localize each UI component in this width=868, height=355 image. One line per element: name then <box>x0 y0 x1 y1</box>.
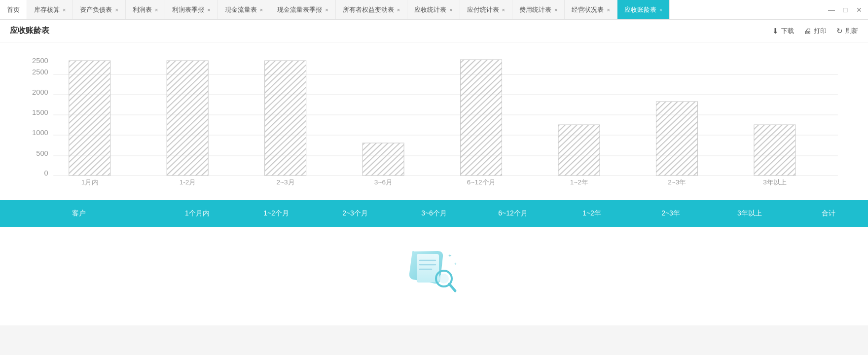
svg-text:✦: ✦ <box>448 253 452 258</box>
svg-text:2000: 2000 <box>32 88 48 96</box>
svg-text:1月内: 1月内 <box>81 178 98 186</box>
tab-close-profit-quarter[interactable]: × <box>207 7 210 13</box>
refresh-icon: ↻ <box>836 27 843 36</box>
table-header-3-6m: 3~6个月 <box>395 209 473 218</box>
tab-profit-quarter[interactable]: 利润表季报 × <box>165 0 217 20</box>
svg-text:2~3月: 2~3月 <box>276 178 294 186</box>
bar-1-2月 <box>167 61 208 176</box>
table-header-1-2m: 1~2个月 <box>237 209 316 218</box>
chart-container: 0 500 1000 1500 2000 2500 2500 1月内 <box>20 52 848 190</box>
tab-close-expense-stat[interactable]: × <box>554 7 557 13</box>
page-header: 应收账龄表 ⬇ 下载 🖨 打印 ↻ 刷新 <box>0 20 868 42</box>
tab-close-profit[interactable]: × <box>155 7 158 13</box>
svg-point-27 <box>439 274 449 284</box>
empty-illustration: ✦ ✦ <box>404 247 464 296</box>
tab-close-receivable-stat[interactable]: × <box>449 7 452 13</box>
bar-6-12月 <box>461 60 502 176</box>
tab-close-cashflow[interactable]: × <box>260 7 263 13</box>
svg-text:2~3年: 2~3年 <box>668 178 686 186</box>
svg-text:3~6月: 3~6月 <box>374 178 392 186</box>
svg-text:6~12个月: 6~12个月 <box>467 178 495 186</box>
tab-balance[interactable]: 资产负债表 × <box>73 0 125 20</box>
svg-text:✦: ✦ <box>454 262 457 266</box>
table-header-customer: 客户 <box>0 209 158 218</box>
table-header-3y: 3年以上 <box>710 209 789 218</box>
tab-cashflow-quarter[interactable]: 现金流量表季报 × <box>270 0 335 20</box>
svg-text:1500: 1500 <box>32 108 48 116</box>
tab-close-payable-stat[interactable]: × <box>502 7 505 13</box>
print-button[interactable]: 🖨 打印 <box>804 27 827 36</box>
bar-3年以上 <box>754 125 796 176</box>
bar-1-2年 <box>558 125 600 176</box>
table-header-2-3m: 2~3个月 <box>316 209 395 218</box>
table-header-6-12m: 6~12个月 <box>473 209 552 218</box>
bar-2-3年 <box>656 102 697 176</box>
maximize-button[interactable]: □ <box>841 6 849 14</box>
svg-text:500: 500 <box>36 149 48 157</box>
tab-close-cashflow-quarter[interactable]: × <box>325 7 328 13</box>
tab-receivable-stat[interactable]: 应收统计表 × <box>407 0 460 20</box>
tab-bar: 首页 库存核算 × 资产负债表 × 利润表 × 利润表季报 × 现金流量表 × … <box>0 0 868 20</box>
chart-svg: 0 500 1000 1500 2000 2500 2500 1月内 <box>20 52 848 190</box>
tab-close-operation[interactable]: × <box>607 7 610 13</box>
svg-text:0: 0 <box>44 169 48 177</box>
empty-icon: ✦ ✦ <box>404 247 464 296</box>
table-header: 客户 1个月内 1~2个月 2~3个月 3~6个月 6~12个月 1~2年 2~… <box>0 200 868 227</box>
svg-text:1~2年: 1~2年 <box>570 178 588 186</box>
svg-text:3年以上: 3年以上 <box>763 178 787 186</box>
chart-area: 0 500 1000 1500 2000 2500 2500 1月内 <box>0 42 868 200</box>
empty-state: ✦ ✦ <box>0 227 868 325</box>
download-button[interactable]: ⬇ 下载 <box>772 27 794 36</box>
table-header-1m: 1个月内 <box>158 209 237 218</box>
minimize-button[interactable]: — <box>828 6 835 14</box>
page-title: 应收账龄表 <box>10 26 49 36</box>
download-icon: ⬇ <box>772 27 779 36</box>
close-button[interactable]: ✕ <box>855 6 863 14</box>
tab-expense-stat[interactable]: 费用统计表 × <box>512 0 565 20</box>
bar-2-3月 <box>265 61 306 176</box>
tab-equity[interactable]: 所有者权益变动表 × <box>336 0 407 20</box>
refresh-button[interactable]: ↻ 刷新 <box>836 27 858 36</box>
tab-inventory[interactable]: 库存核算 × <box>27 0 73 20</box>
tab-close-balance[interactable]: × <box>115 7 118 13</box>
tab-aging[interactable]: 应收账龄表 × <box>617 0 670 20</box>
header-actions: ⬇ 下载 🖨 打印 ↻ 刷新 <box>772 27 858 36</box>
main-content: 0 500 1000 1500 2000 2500 2500 1月内 <box>0 42 868 325</box>
bar-1月内 <box>69 61 110 176</box>
svg-text:1000: 1000 <box>32 129 48 137</box>
tab-payable-stat[interactable]: 应付统计表 × <box>460 0 512 20</box>
svg-text:2500: 2500 <box>32 68 48 76</box>
svg-text:2500: 2500 <box>32 57 48 65</box>
table-header-total: 合计 <box>789 209 868 218</box>
tab-close-equity[interactable]: × <box>397 7 400 13</box>
table-header-1-2y: 1~2年 <box>552 209 631 218</box>
svg-line-28 <box>449 284 455 291</box>
window-controls: — □ ✕ <box>828 6 868 14</box>
tab-profit[interactable]: 利润表 × <box>126 0 165 20</box>
bar-3-6月 <box>362 143 404 176</box>
tab-cashflow[interactable]: 现金流量表 × <box>218 0 270 20</box>
tab-close-aging[interactable]: × <box>659 7 662 13</box>
print-icon: 🖨 <box>804 27 811 35</box>
table-header-2-3y: 2~3年 <box>631 209 710 218</box>
tab-operation[interactable]: 经营状况表 × <box>565 0 617 20</box>
tab-close-inventory[interactable]: × <box>63 7 66 13</box>
tab-home[interactable]: 首页 <box>0 0 27 20</box>
svg-text:1-2月: 1-2月 <box>180 178 196 186</box>
